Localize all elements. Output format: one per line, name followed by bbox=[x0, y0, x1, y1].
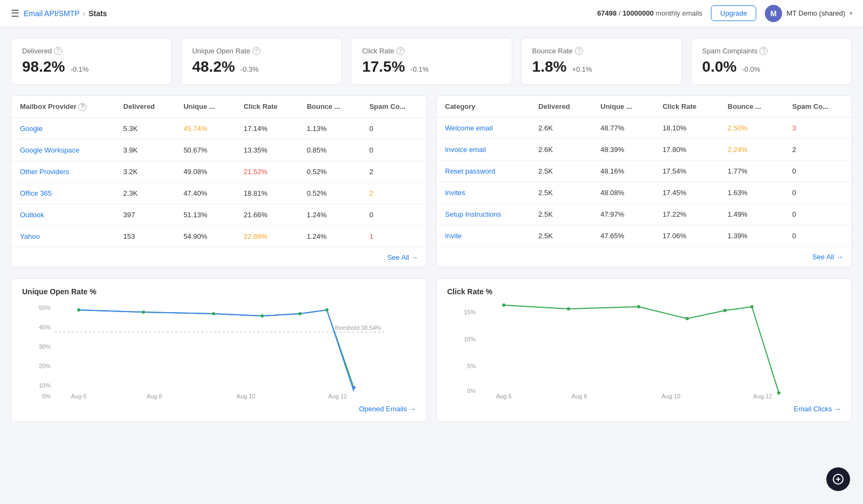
open-rate-chart-container: 50% 40% 30% 20% 10% 0% threshold 38.54% bbox=[22, 302, 416, 399]
breadcrumb-current: Stats bbox=[88, 9, 107, 18]
email-clicks-link[interactable]: Email Clicks → bbox=[794, 405, 841, 413]
open-rate-info-icon[interactable]: ? bbox=[252, 47, 261, 55]
bounce-rate-delta: +0.1% bbox=[572, 65, 592, 73]
cat-spam-cell: 0 bbox=[784, 204, 852, 225]
opened-emails-link[interactable]: Opened Emails → bbox=[359, 405, 416, 413]
bounce-cell: 0.52% bbox=[298, 161, 361, 182]
menu-icon[interactable]: ☰ bbox=[11, 8, 19, 19]
dot-2 bbox=[142, 310, 145, 314]
cat-delivered-cell: 2.5K bbox=[530, 182, 592, 204]
bounce-rate-label: Bounce Rate ? bbox=[532, 47, 671, 55]
open-rate-line bbox=[79, 310, 354, 388]
tables-row: Mailbox Provider ? Delivered Unique ... … bbox=[11, 95, 852, 267]
cat-unique-cell: 48.08% bbox=[592, 182, 654, 204]
click-rate-chart-title: Click Rate % bbox=[447, 287, 841, 296]
category-link[interactable]: Invites bbox=[445, 189, 465, 197]
mailbox-provider-link[interactable]: Google Workspace bbox=[20, 146, 79, 154]
click-cell: 21.66% bbox=[235, 204, 298, 225]
bounce-rate-value: 1.8% bbox=[532, 58, 567, 75]
mailbox-col-delivered: Delivered bbox=[115, 96, 175, 118]
unique-cell: 50.67% bbox=[175, 139, 235, 161]
delivered-label: Delivered ? bbox=[22, 47, 161, 55]
cat-col-bounce: Bounce ... bbox=[719, 96, 784, 118]
svg-text:5%: 5% bbox=[467, 363, 476, 369]
main-content: Delivered ? 98.2% -0.1% Unique Open Rate… bbox=[0, 27, 863, 433]
upgrade-button[interactable]: Upgrade bbox=[711, 5, 756, 21]
mailbox-provider-link[interactable]: Outlook bbox=[20, 211, 44, 219]
header: ☰ Email API/SMTP › Stats 67498 / 1000000… bbox=[0, 0, 863, 27]
unique-cell: 45.74% bbox=[175, 118, 235, 139]
cat-unique-cell: 47.65% bbox=[592, 225, 654, 247]
category-table: Category Delivered Unique ... Click Rate… bbox=[436, 96, 852, 246]
mailbox-table: Mailbox Provider ? Delivered Unique ... … bbox=[11, 96, 427, 247]
header-left: ☰ Email API/SMTP › Stats bbox=[11, 8, 107, 19]
svg-text:Aug 8: Aug 8 bbox=[147, 393, 162, 399]
delivered-cell: 2.3K bbox=[115, 182, 175, 204]
category-link[interactable]: Welcome email bbox=[445, 124, 493, 132]
svg-text:Aug 6: Aug 6 bbox=[71, 393, 87, 399]
open-rate-chart-title: Unique Open Rate % bbox=[22, 287, 416, 296]
unique-cell: 51.13% bbox=[175, 204, 235, 225]
cat-click-cell: 17.80% bbox=[654, 139, 719, 161]
quota-used: 67498 bbox=[597, 9, 617, 17]
user-badge[interactable]: M MT Demo (shared) ▾ bbox=[765, 5, 852, 22]
mailbox-col-click: Click Rate bbox=[235, 96, 298, 118]
delivered-value: 98.2% bbox=[22, 58, 65, 75]
chevron-down-icon: ▾ bbox=[850, 10, 852, 16]
category-link[interactable]: Setup Instructions bbox=[445, 210, 501, 218]
click-cell: 18.81% bbox=[235, 182, 298, 204]
table-row: Yahoo 153 54.90% 22.88% 1.24% 1 bbox=[11, 225, 427, 247]
click-rate-chart-footer: Email Clicks → bbox=[447, 405, 841, 413]
open-rate-chart-footer: Opened Emails → bbox=[22, 405, 416, 413]
bounce-rate-info-icon[interactable]: ? bbox=[575, 47, 583, 55]
click-rate-card: Click Rate ? 17.5% -0.1% bbox=[351, 38, 512, 85]
mailbox-provider-link[interactable]: Yahoo bbox=[20, 232, 40, 240]
mailbox-provider-link[interactable]: Google bbox=[20, 125, 43, 133]
table-row: Welcome email 2.6K 48.77% 18.10% 2.50% 3 bbox=[436, 118, 852, 139]
table-row: Other Providers 3.2K 49.08% 21.52% 0.52%… bbox=[11, 161, 427, 182]
mailbox-provider-link[interactable]: Other Providers bbox=[20, 168, 69, 176]
svg-text:50%: 50% bbox=[39, 305, 51, 311]
mailbox-col-bounce: Bounce ... bbox=[298, 96, 361, 118]
delivered-cell: 397 bbox=[115, 204, 175, 225]
category-link[interactable]: Invoice email bbox=[445, 146, 486, 154]
svg-text:30%: 30% bbox=[39, 343, 51, 350]
click-cell: 17.14% bbox=[235, 118, 298, 139]
cat-spam-cell: 2 bbox=[784, 139, 852, 161]
open-rate-blue-line bbox=[79, 310, 354, 391]
cat-click-cell: 17.45% bbox=[654, 182, 719, 204]
table-row: Office 365 2.3K 47.40% 18.81% 0.52% 2 bbox=[11, 182, 427, 204]
cat-bounce-cell: 1.77% bbox=[719, 161, 784, 182]
mailbox-provider-link[interactable]: Office 365 bbox=[20, 189, 52, 197]
cat-unique-cell: 48.39% bbox=[592, 139, 654, 161]
cat-col-category: Category bbox=[436, 96, 530, 118]
click-rate-info-icon[interactable]: ? bbox=[396, 47, 405, 55]
click-rate-value: 17.5% bbox=[362, 58, 405, 75]
category-see-all-row: See All → bbox=[436, 246, 852, 266]
svg-text:10%: 10% bbox=[464, 336, 476, 342]
bounce-cell: 1.24% bbox=[298, 204, 361, 225]
table-row: Setup Instructions 2.5K 47.97% 17.22% 1.… bbox=[436, 204, 852, 225]
category-see-all-link[interactable]: See All → bbox=[812, 253, 843, 261]
spam-cell: 1 bbox=[361, 225, 427, 247]
category-link[interactable]: Reset password bbox=[445, 167, 495, 175]
delivered-card: Delivered ? 98.2% -0.1% bbox=[11, 38, 172, 85]
unique-cell: 49.08% bbox=[175, 161, 235, 182]
svg-text:Aug 10: Aug 10 bbox=[662, 393, 681, 399]
spam-label: Spam Complaints ? bbox=[702, 47, 841, 55]
cr-dot-3 bbox=[637, 305, 640, 308]
delivered-info-icon[interactable]: ? bbox=[54, 47, 62, 55]
spam-info-icon[interactable]: ? bbox=[759, 47, 768, 55]
mailbox-see-all-link[interactable]: See All → bbox=[387, 253, 418, 261]
mailbox-info-icon[interactable]: ? bbox=[78, 103, 86, 111]
cr-dot-1 bbox=[502, 303, 505, 307]
spam-value: 0.0% bbox=[702, 58, 737, 75]
category-link[interactable]: Invite bbox=[445, 232, 462, 240]
dot-5 bbox=[298, 312, 302, 315]
breadcrumb-link[interactable]: Email API/SMTP bbox=[24, 9, 79, 18]
delivered-delta: -0.1% bbox=[70, 65, 88, 73]
table-row: Invoice email 2.6K 48.39% 17.80% 2.24% 2 bbox=[436, 139, 852, 161]
unique-cell: 54.90% bbox=[175, 225, 235, 247]
cr-dot-2 bbox=[567, 307, 570, 310]
bounce-cell: 0.52% bbox=[298, 182, 361, 204]
